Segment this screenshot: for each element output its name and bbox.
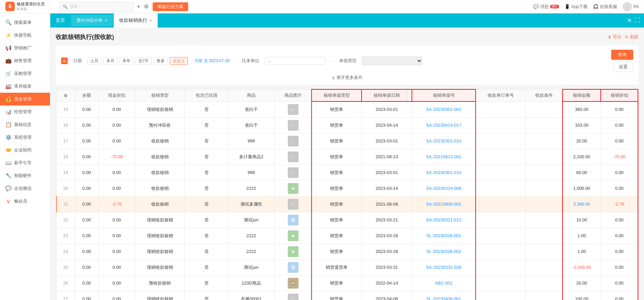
product-image: ■ <box>288 183 299 194</box>
col-header-cash-discount: 现金折扣 <box>98 89 135 101</box>
invoice-no-link[interactable]: SA-20210813-001 <box>426 154 462 159</box>
invoice-no-link[interactable]: SA-20230321-012 <box>426 217 462 222</box>
logo-edition: 标准版 <box>17 7 45 11</box>
expand-more-conditions[interactable]: ∨ 展开更多条件 <box>332 75 363 81</box>
cell-balance: 0.00 <box>75 259 98 275</box>
cell-goods-image: 🏠 <box>275 275 312 291</box>
close-window-icon[interactable]: ✕ <box>627 17 632 24</box>
sidebar-item-marketing[interactable]: 📢 营销推广 <box>0 42 50 54</box>
invoice-no-link[interactable]: SL-20230408-001 <box>426 296 461 300</box>
sidebar: 🔍 搜索菜单 ⚡ 快捷导航 📢 营销推广 💼 销售管理 🛒 采购管理 🏭 库存核… <box>0 13 50 300</box>
sidebar-item-inventory[interactable]: 🏭 库存核算 <box>0 80 50 93</box>
sidebar-item-basic-info[interactable]: 📋 基础信息 <box>0 118 50 131</box>
maximize-icon[interactable]: ⛶ <box>635 17 640 24</box>
sidebar-item-collab[interactable]: 🤝 企业协同 <box>0 144 50 157</box>
cell-invoice-type: 销货单 <box>312 244 362 259</box>
voucher-type-select[interactable] <box>362 56 422 65</box>
expand-label: 展开更多条件 <box>336 75 363 81</box>
invoice-no-link[interactable]: SA-20230301-001 <box>426 107 462 112</box>
cell-id: 19 <box>57 165 75 180</box>
sidebar-item-sales[interactable]: 💼 销售管理 <box>0 54 50 67</box>
tab-verify-close-icon[interactable]: ✕ <box>149 18 152 23</box>
cell-balance: 0.00 <box>75 244 98 259</box>
cell-invoice-type: 销货单 <box>312 275 362 291</box>
cell-cash-discount: 0.00 <box>98 259 135 275</box>
tab-prepay[interactable]: 预付冲应付单 ✕ <box>71 15 113 26</box>
cell-receipt-order-no <box>476 244 526 259</box>
sidebar-item-guide[interactable]: 📖 新手引导 <box>0 157 50 169</box>
invoice-no-link[interactable]: SA-20230331-026 <box>426 265 462 270</box>
trial-button[interactable]: 体验行业方案 <box>153 2 188 11</box>
app-download-button[interactable]: 📱 App下载 <box>565 4 588 10</box>
cell-invoice-no: SL-20230328-001 <box>412 228 476 244</box>
invoice-no-link[interactable]: SA-20230301-010 <box>426 170 462 175</box>
user-info[interactable]: Rit <box>623 2 639 11</box>
cell-cash-discount: -2.76 <box>98 196 135 212</box>
invoice-no-link[interactable]: SA-20210808-001 <box>426 202 462 207</box>
tab-home[interactable]: 首页 <box>50 13 70 28</box>
cell-verify-discount: 0.00 <box>601 291 638 300</box>
cell-cash-discount: 0.00 <box>98 165 135 180</box>
invoice-no-link[interactable]: ABC-001 <box>435 281 452 286</box>
product-image: 🖼 <box>288 215 299 225</box>
cell-invoice-no: SA-20230331-026 <box>412 259 476 275</box>
tab-prepay-close-icon[interactable]: ✕ <box>105 18 108 23</box>
cell-verify-amount: 1.00 <box>562 244 601 259</box>
filter-expand-arrow[interactable]: » <box>61 57 68 64</box>
invoice-no-link[interactable]: SL-20230328-001 <box>426 233 461 238</box>
inventory-icon: 🏭 <box>5 83 11 89</box>
filter-row: » 日期 上月 本月 本年 近7天 更多 自定义 不限 至 2023-07-26… <box>61 50 633 72</box>
cell-verify-discount: -2.76 <box>601 196 638 212</box>
cell-include-settled: 否 <box>185 275 228 291</box>
invoice-no-link[interactable]: SL-20230328-002 <box>426 249 461 254</box>
cell-id: 20 <box>57 180 75 196</box>
message-button[interactable]: 💬 消息 99+ <box>533 4 559 10</box>
this-year-btn[interactable]: 本年 <box>119 57 133 65</box>
this-month-btn[interactable]: 本月 <box>103 57 117 65</box>
export-button[interactable]: ⬆ 导出 <box>608 34 622 40</box>
invoice-no-link[interactable]: SA-20230414-017 <box>426 123 462 128</box>
invoice-no-link[interactable]: SA-20230314-008 <box>426 186 462 191</box>
invoice-no-link[interactable]: SA-20230301-010 <box>426 138 462 143</box>
last-7-days-btn[interactable]: 近7天 <box>136 57 152 65</box>
cell-goods-image: □ <box>275 133 312 149</box>
query-button[interactable]: 查询 <box>611 50 633 60</box>
col-header-verify-amount: 核销金额 <box>562 89 601 101</box>
col-header-receipt-condition: 收款条件 <box>526 89 562 101</box>
custom-date-btn[interactable]: 自定义 <box>170 57 188 65</box>
more-btn[interactable]: 更多 <box>154 57 168 65</box>
filter-ellipsis: ··· <box>330 58 334 63</box>
col-header-gear[interactable]: ⚙ <box>57 89 75 101</box>
sidebar-item-hardware[interactable]: 🔧 智能硬件 <box>0 169 50 182</box>
sidebar-item-quick-nav[interactable]: ⚡ 快捷导航 <box>0 29 50 42</box>
product-image: □ <box>288 167 299 178</box>
sidebar-item-search[interactable]: 🔍 搜索菜单 <box>0 16 50 29</box>
dropdown-arrow-icon[interactable]: ▾ <box>138 4 140 9</box>
counterparty-input[interactable] <box>265 57 325 65</box>
wechat-icon: 💬 <box>5 185 11 191</box>
sidebar-item-management[interactable]: 📊 经营管理 <box>0 105 50 118</box>
top-search-box[interactable]: 🔍 搜索... <box>60 2 133 11</box>
sidebar-item-member[interactable]: V 畅会员 <box>0 195 50 208</box>
cell-goods: 多计量商品2 <box>228 149 274 165</box>
sidebar-item-label: 快捷导航 <box>14 32 32 38</box>
cell-receipt-condition <box>526 117 562 133</box>
sidebar-item-system[interactable]: ⚙️ 系统管理 <box>0 131 50 144</box>
sidebar-item-wechat[interactable]: 💬 企业微信 <box>0 182 50 195</box>
sidebar-item-purchase[interactable]: 🛒 采购管理 <box>0 67 50 80</box>
tab-verify[interactable]: 收款核销执行 ✕ <box>114 13 158 28</box>
sidebar-item-finance[interactable]: 💰 资金管理 <box>0 93 50 105</box>
app-icon: 📱 <box>565 4 570 9</box>
settings-button[interactable]: 设置 <box>613 62 633 72</box>
cell-cash-discount: 0.00 <box>98 212 135 228</box>
online-service-button[interactable]: 🎧 在线客服 <box>593 4 617 10</box>
page-actions: ⬆ 导出 ↻ 刷新 <box>608 34 639 40</box>
cell-goods: 2222 <box>228 180 274 196</box>
management-icon: 📊 <box>5 109 11 115</box>
message-label: 消息 <box>540 4 549 10</box>
last-month-btn[interactable]: 上月 <box>87 57 101 65</box>
settings-gear-icon[interactable]: ⚙ <box>144 3 149 10</box>
refresh-button[interactable]: ↻ 刷新 <box>625 34 639 40</box>
cell-goods: 测试多属性 <box>228 196 274 212</box>
product-image: 🏠 <box>288 278 299 289</box>
